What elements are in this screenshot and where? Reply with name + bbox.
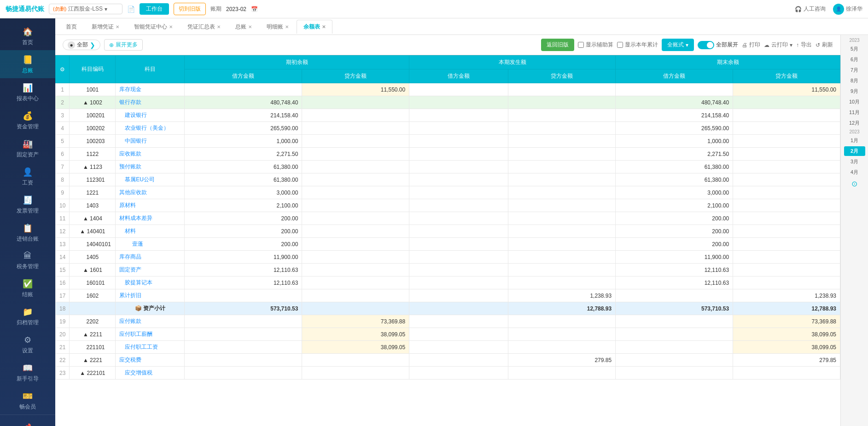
filter-all-tag[interactable]: ● 全部 ❯	[63, 40, 100, 50]
account-name[interactable]: 📦 资产小计	[116, 302, 185, 315]
account-name[interactable]: 应付职工工资	[116, 341, 185, 354]
account-name[interactable]: 库存商品	[116, 251, 185, 264]
switch-version-button[interactable]: 切到旧版	[174, 3, 206, 15]
month-4[interactable]: 4月	[844, 167, 865, 177]
account-name[interactable]: 中国银行	[116, 135, 185, 148]
account-name[interactable]: 胶提算记本	[116, 276, 185, 289]
account-name[interactable]: 应交税费	[116, 354, 185, 367]
end-credit	[733, 96, 840, 109]
sidebar-item-member[interactable]: 🎫 畅会员	[0, 386, 55, 414]
account-name[interactable]: 壹蓬	[116, 238, 185, 251]
account-name[interactable]: 固定资产	[116, 264, 185, 276]
refresh-action[interactable]: ↺ 刷新	[816, 41, 833, 49]
tab-detail-ledger[interactable]: 明细账 ✕	[260, 20, 296, 34]
month-9[interactable]: 9月	[844, 86, 865, 96]
close-detail-ledger-icon[interactable]: ✕	[285, 24, 289, 29]
tab-home[interactable]: 首页	[59, 20, 84, 34]
sidebar-item-settings[interactable]: ⚙ 设置	[0, 330, 55, 358]
account-name[interactable]: 其他应收款	[116, 186, 185, 199]
print-action[interactable]: 🖨 打印	[742, 41, 760, 49]
full-mode-label: 全账式	[667, 41, 684, 49]
month-6[interactable]: 6月	[844, 55, 865, 64]
account-name[interactable]: 应付账款	[116, 315, 185, 328]
account-name[interactable]: 应交增值税	[116, 367, 185, 380]
ytd-checkbox-input[interactable]	[617, 42, 623, 48]
close-ledger-icon[interactable]: ✕	[248, 24, 252, 29]
toggle-track[interactable]	[698, 41, 714, 49]
expand-all-toggle[interactable]: 全部展开	[698, 41, 738, 49]
workbench-button[interactable]: 工作台	[140, 3, 169, 15]
sidebar-item-invoice[interactable]: 🧾 发票管理	[0, 190, 55, 219]
open-debit: 265,590.00	[185, 122, 302, 135]
month-10[interactable]: 10月	[844, 97, 865, 107]
sidebar-item-tax[interactable]: 🏛 税务管理	[0, 247, 55, 274]
row-number: 1	[56, 83, 70, 96]
sidebar-item-fixed-assets[interactable]: 🏭 固定资产	[0, 134, 55, 162]
sidebar-item-report[interactable]: 📊 报表中心	[0, 78, 55, 106]
tab-ledger[interactable]: 总账 ✕	[228, 20, 259, 34]
sidebar-item-ledger[interactable]: 📒 总账	[0, 50, 55, 78]
account-name[interactable]: 银行存款	[116, 96, 185, 109]
month-12[interactable]: 12月	[844, 118, 865, 128]
account-name[interactable]: 慕属EU公司	[116, 173, 185, 186]
account-name[interactable]: 应收账款	[116, 148, 185, 161]
account-name[interactable]: 库存现金	[116, 83, 185, 96]
month-3[interactable]: 3月	[844, 157, 865, 167]
report-icon: 📊	[23, 83, 33, 93]
sidebar-item-sales[interactable]: 📋 进销台账	[0, 219, 55, 247]
sidebar-item-salary[interactable]: 👤 工资	[0, 162, 55, 190]
sidebar-item-archive[interactable]: 📁 归档管理	[0, 302, 55, 330]
balance-table-wrapper[interactable]: ⚙ 科目编码 科目 期初余额 本期发生额 期末余额 借方金额 贷方金额 借方金额	[55, 55, 840, 426]
company-selector[interactable]: (勿删) 江西股金-LSS ▾	[49, 4, 122, 14]
account-name[interactable]: 应付职工薪酬	[116, 328, 185, 341]
show-ytd-checkbox[interactable]: 显示本年累计	[617, 41, 658, 49]
month-11[interactable]: 11月	[844, 108, 865, 117]
chevron-down-icon-2: ▾	[790, 42, 792, 48]
aux-checkbox-input[interactable]	[578, 42, 584, 48]
user-menu[interactable]: 👤 徐泽华	[833, 4, 862, 15]
open-credit: 11,550.00	[302, 83, 409, 96]
cloud-print-action[interactable]: ☁ 云打印 ▾	[764, 41, 792, 49]
sidebar-item-checkout[interactable]: ✅ 结账	[0, 274, 55, 302]
sidebar-item-capital[interactable]: 💰 资金管理	[0, 106, 55, 134]
show-aux-checkbox[interactable]: 显示辅助算	[578, 41, 613, 49]
account-name[interactable]: 农业银行（美金）	[116, 122, 185, 135]
right-panel-expand-icon[interactable]: ⊙	[851, 179, 857, 188]
open-debit: 61,380.00	[185, 173, 302, 186]
account-name[interactable]: 预付账款	[116, 161, 185, 173]
month-7[interactable]: 7月	[844, 65, 865, 75]
cur-credit	[508, 264, 616, 276]
account-name[interactable]: 累计折旧	[116, 289, 185, 302]
end-credit: 11,550.00	[733, 83, 840, 96]
expand-more-button[interactable]: ⊕ 展开更多	[104, 39, 143, 51]
sidebar-item-home[interactable]: 🏠 首页	[0, 22, 55, 50]
cur-debit-header: 借方金额	[409, 69, 508, 83]
full-mode-button[interactable]: 全账式 ▾	[662, 39, 694, 51]
account-name[interactable]: 材料	[116, 225, 185, 238]
pin-icon: 📌	[24, 423, 31, 426]
account-name[interactable]: 建设银行	[116, 109, 185, 122]
month-5[interactable]: 5月	[844, 44, 865, 54]
tab-balance-sheet[interactable]: 余额表 ✕	[297, 20, 332, 34]
tab-new-voucher[interactable]: 新增凭证 ✕	[85, 20, 126, 34]
month-2[interactable]: 2月	[844, 146, 865, 156]
settings-col-header[interactable]: ⚙	[56, 56, 70, 83]
close-smart-voucher-icon[interactable]: ✕	[169, 24, 173, 29]
consult-link[interactable]: 🎧 人工咨询	[795, 5, 826, 13]
account-name[interactable]: 材料成本差异	[116, 212, 185, 225]
close-balance-sheet-icon[interactable]: ✕	[322, 24, 326, 29]
sidebar-item-guide[interactable]: 📖 新手引导	[0, 358, 55, 386]
close-voucher-summary-icon[interactable]: ✕	[217, 24, 221, 29]
close-new-voucher-icon[interactable]: ✕	[116, 24, 119, 29]
unpin-button[interactable]: 📌 取消固定	[0, 419, 55, 426]
tab-voucher-summary[interactable]: 凭证汇总表 ✕	[181, 20, 227, 34]
month-1[interactable]: 1月	[844, 136, 865, 145]
return-old-version-button[interactable]: 返回旧版	[541, 39, 574, 51]
month-8[interactable]: 8月	[844, 76, 865, 86]
user-name: 徐泽华	[846, 5, 862, 13]
account-code: 100202	[70, 122, 116, 135]
account-name[interactable]: 原材料	[116, 199, 185, 212]
tab-smart-voucher[interactable]: 智能凭证中心 ✕	[127, 20, 180, 34]
row-number: 22	[56, 354, 70, 367]
export-action[interactable]: ↑ 导出	[796, 41, 812, 49]
